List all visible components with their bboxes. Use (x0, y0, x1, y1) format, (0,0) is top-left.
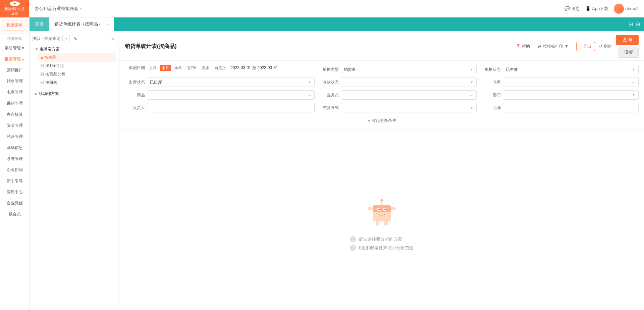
logo-text: 畅捷通好生意 (5, 7, 25, 11)
template-print-button[interactable]: 🖨 按模板打印 ▼ (534, 42, 572, 51)
scheme-month-icon: 回 (40, 63, 44, 68)
user-avatar-button[interactable]: demo2 (614, 4, 639, 14)
header-right: 💬 消息 📱 App下载 demo2 (565, 4, 639, 14)
sidebar-item-sales[interactable]: 销售管理 (0, 76, 29, 87)
shortcut-this-year[interactable]: 本年 (172, 65, 184, 71)
brand-select[interactable]: ··· (503, 103, 639, 112)
scheme-by-product[interactable]: ● 按商品 (38, 53, 116, 62)
tab-active[interactable]: 销货单统计表（按商品） × (49, 17, 114, 31)
sidebar-item-system[interactable]: 系统管理 (0, 153, 29, 164)
avatar (614, 4, 624, 14)
collapse-filters-button[interactable]: ∧ 收起更多条件 (125, 116, 639, 125)
tab-maximize-icon[interactable]: ⊞ (636, 21, 640, 28)
sidebar-item-member[interactable]: 畅会员 (0, 209, 29, 220)
tabs-bar-right: ⊟ ⊞ (629, 21, 644, 28)
salesperson-select[interactable]: ··· (341, 90, 477, 100)
sidebar-item-enterprise[interactable]: 企业协同 (0, 164, 29, 175)
out-status-select[interactable]: 已出库 ▼ (147, 78, 315, 87)
collapse-label: ∧ 收起更多条件 (367, 118, 396, 123)
svg-point-4 (378, 208, 380, 210)
empty-tip-1: 1 请先选择要分析的方案 (350, 236, 413, 242)
basic-label: 基础信息 (7, 145, 23, 151)
edit-scheme-button[interactable]: ✎ (72, 35, 79, 42)
pc-schemes-parent[interactable]: ▼ 电脑端方案 (32, 45, 116, 53)
sidebar-item-ecommerce[interactable]: 电商管理 (0, 87, 29, 98)
shortcut-last-month[interactable]: 上月 (147, 65, 158, 71)
empty-state: ✦ ✦ 1 请先选择要分析的方案 2 用[过滤]条件来缩小分析范围 (119, 130, 644, 310)
empty-tips: 1 请先选择要分析的方案 2 用[过滤]条件来缩小分析范围 (350, 236, 413, 251)
date-range-display[interactable]: 2023-03-01 至 2023-03-31 (230, 65, 278, 71)
sidebar-item-wechat[interactable]: 企业微信 (0, 198, 29, 209)
print-icon: 🖨 (538, 44, 542, 49)
purchase-label: 采购管理 (7, 101, 23, 106)
dept-label: 部门 (481, 92, 501, 98)
doc-type-select[interactable]: 销货单 ▼ (341, 65, 477, 74)
salesperson-dots: ··· (470, 92, 474, 98)
shortcut-more[interactable]: 更多 (200, 65, 211, 71)
payment-select[interactable]: ▼ (341, 103, 477, 112)
sidebar-item-guide[interactable]: 新手引导 (0, 175, 29, 187)
collapse-scheme-button[interactable]: « (109, 35, 116, 42)
scheme-by-month-product[interactable]: 回 按月+商品 (38, 62, 116, 70)
product-select[interactable]: ··· (147, 90, 315, 100)
wholesale-label: 批发管理 (5, 56, 21, 62)
tab-home-label: 首页 (35, 21, 44, 27)
help-icon: ❓ (516, 44, 521, 49)
svg-point-11 (380, 199, 383, 201)
sidebar-item-retail[interactable]: 零售管理 ▼ (0, 43, 29, 54)
shortcut-this-month[interactable]: 本月 (160, 65, 171, 71)
help-button[interactable]: ❓ 帮助 (516, 44, 530, 49)
page-actions: ❓ 帮助 🖨 按模板打印 ▼ ↑ 导出 ↺ (516, 35, 639, 58)
receiver-select[interactable]: ··· (147, 103, 315, 112)
export-button[interactable]: ↑ 导出 (576, 42, 595, 51)
out-status-value: 已出库 (150, 80, 162, 85)
query-button[interactable]: 查询 (616, 35, 639, 45)
payment-arrow: ▼ (470, 106, 474, 110)
scheme-by-cashier[interactable]: 回 按司机 (38, 79, 116, 87)
mobile-schemes-label: 移动端方案 (39, 91, 59, 97)
empty-illustration: ✦ ✦ (362, 189, 402, 229)
sidebar-item-inventory[interactable]: 库存核算 (0, 109, 29, 120)
wechat-label: 企业微信 (7, 200, 23, 206)
dept-select[interactable]: ▼ (503, 90, 639, 100)
doc-status-value: 已生效 (506, 67, 518, 72)
settings-button[interactable]: 设置 (619, 47, 639, 58)
logo-icon: ✦ (10, 1, 20, 6)
refresh-button[interactable]: ↺ 刷新 (599, 44, 612, 49)
sidebar-item-finance[interactable]: 资金管理 (0, 120, 29, 131)
pc-schemes-triangle: ▼ (35, 47, 38, 51)
shortcut-custom[interactable]: 自定义 (213, 65, 228, 71)
scheme-by-category[interactable]: 回 按商品分类 (38, 70, 116, 79)
sidebar-item-basic[interactable]: 基础信息 (0, 142, 29, 153)
warehouse-select[interactable]: ··· (503, 78, 639, 87)
payment-label: 结算方式 (319, 105, 339, 111)
sidebar-item-purchase[interactable]: 采购管理 (0, 98, 29, 109)
search-menu-button[interactable]: 搜索菜单 (2, 20, 27, 31)
wholesale-arrow: ▲ (21, 57, 25, 61)
tab-home[interactable]: 首页 (30, 17, 49, 31)
mobile-schemes-parent[interactable]: ▶ 移动端方案 (32, 90, 116, 98)
message-button[interactable]: 💬 消息 (565, 6, 580, 12)
tabs-bar: 首页 销货单统计表（按商品） × ⊟ ⊞ (30, 17, 644, 31)
top-header: 办公用品行业模拟账套 ▾ 💬 消息 📱 App下载 demo2 (30, 0, 644, 17)
tab-minimize-icon[interactable]: ⊟ (629, 21, 633, 28)
guide-label: 新手引导 (7, 178, 23, 184)
right-content: 销货单统计表(按商品) ❓ 帮助 🖨 按模板打印 ▼ ↑ (119, 31, 644, 310)
shortcut-7days[interactable]: 近7天 (185, 65, 199, 71)
app-download-button[interactable]: 📱 App下载 (585, 6, 608, 12)
add-scheme-button[interactable]: + (62, 35, 70, 42)
page-header: 销货单统计表(按商品) ❓ 帮助 🖨 按模板打印 ▼ ↑ (119, 31, 644, 61)
pc-schemes-children: ● 按商品 回 按月+商品 回 按商品分类 回 按司机 (32, 53, 116, 87)
tab-close-button[interactable]: × (106, 22, 108, 26)
sidebar-item-wholesale[interactable]: 批发管理 ▲ (0, 54, 29, 65)
doc-status-select[interactable]: 已生效 ▼ (503, 65, 639, 74)
doc-type-label: 单据类型 (319, 67, 339, 72)
sidebar-item-operations[interactable]: 经营管理 (0, 131, 29, 142)
collect-status-select[interactable]: ▼ (341, 78, 477, 87)
sidebar-item-apps[interactable]: 应用中心 (0, 187, 29, 198)
breadcrumb-chevron: ▾ (80, 6, 82, 11)
salesperson-label: 业务员 (319, 92, 339, 98)
sidebar-item-marketing[interactable]: 营销推广 (0, 65, 29, 76)
svg-rect-8 (376, 220, 379, 225)
tip2-num: 2 (350, 245, 356, 251)
